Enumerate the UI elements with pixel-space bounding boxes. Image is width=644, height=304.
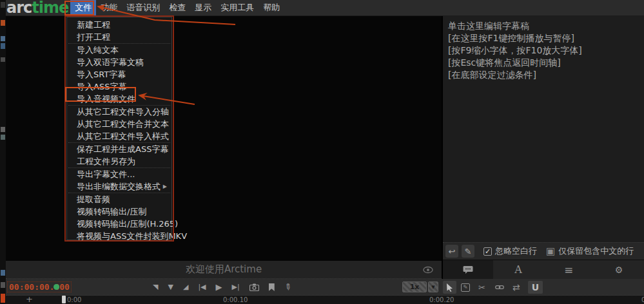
quick-pen-icon[interactable]: ✎ <box>280 279 296 296</box>
ruler-label: 0:0 <box>641 296 644 303</box>
subtitle-text-editor[interactable]: 单击这里编辑字幕稿 [在这里按F1键控制播放与暂停] [按F9缩小字体，按F10… <box>443 16 644 242</box>
menu-item-label: 从其它工程文件导入分轴 <box>77 106 169 118</box>
menu-help[interactable]: 帮助 <box>259 0 284 16</box>
tab-list[interactable]: ≡ <box>543 260 594 279</box>
editor-line: [在这里按F1键控制播放与暂停] <box>448 32 639 44</box>
bookmark-icon[interactable] <box>269 283 275 291</box>
ignore-blank-checkbox[interactable]: ✓ <box>483 247 492 256</box>
menu-item-import-plain-text[interactable]: 导入纯文本 <box>67 44 171 56</box>
editor-line: [按Esc键将焦点返回时间轴] <box>448 57 639 69</box>
menu-item-extract-audio[interactable]: 提取音频 <box>67 193 171 205</box>
menu-item-import-styles[interactable]: 从其它工程文件导入样式 <box>67 130 171 142</box>
checkmark-icon: ✓ <box>485 248 491 255</box>
speech-bubble-icon <box>463 265 473 274</box>
chain-icon <box>495 284 504 290</box>
menu-item-label: 打开工程 <box>77 31 110 43</box>
scissors-tool-icon[interactable]: ✂ <box>478 279 485 296</box>
menu-item-import-ass[interactable]: 导入ASS字幕 <box>67 81 171 93</box>
left-edge-strip <box>0 0 6 304</box>
menu-item-transcode-h265[interactable]: 视频转码输出/压制(H.265) <box>67 218 171 230</box>
swap-tool-icon[interactable]: ⇄ <box>512 279 520 296</box>
undo-button[interactable]: ↩ <box>445 245 458 258</box>
tab-styles[interactable]: A <box>493 260 543 279</box>
edit-pencil-button[interactable]: ✎ <box>462 245 474 258</box>
subtitle-editor-panel: 单击这里编辑字幕稿 [在这里按F1键控制播放与暂停] [按F9缩小字体，按F10… <box>442 16 644 279</box>
keep-chinese-label: 仅保留包含中文的行 <box>558 245 634 257</box>
menu-item-label: 从其它工程文件合并文本 <box>77 118 169 130</box>
skip-start-icon[interactable]: |◀ <box>198 279 206 296</box>
eye-icon[interactable] <box>423 266 433 274</box>
pencil-icon: ✎ <box>465 247 472 256</box>
menu-item-import-srt[interactable]: 导入SRT字幕 <box>67 68 171 81</box>
menu-tools[interactable]: 实用工具 <box>216 0 259 16</box>
menu-item-label: 导入ASS字幕 <box>77 81 126 93</box>
menu-item-label: 视频转码输出/压制(H.265) <box>77 218 178 230</box>
timecode-display[interactable]: 00:00:00.000 <box>7 281 72 292</box>
menu-item-import-split-track[interactable]: 从其它工程文件导入分轴 <box>67 106 171 118</box>
editor-toolbar: ↩ ✎ ✓ 忽略空白行 ▣ 仅保留包含中文的行 <box>443 242 644 260</box>
slope-tool-icon[interactable]: ◢ <box>183 279 188 296</box>
menu-item-import-av-file[interactable]: 导入音视频文件 <box>67 93 171 105</box>
submenu-arrow-icon: ▶ <box>163 180 167 193</box>
menu-check[interactable]: 检查 <box>164 0 190 16</box>
menu-item-label: 视频转码输出/压制 <box>77 205 146 218</box>
ruler-label: 0:00.10 <box>223 296 248 303</box>
arctime-logo: arctime <box>6 0 68 16</box>
snapshot-camera-icon[interactable] <box>249 283 259 291</box>
menu-item-label: 保存工程并生成ASS字幕 <box>77 143 168 155</box>
menu-item-save-generate-ass[interactable]: 保存工程并生成ASS字幕 <box>67 143 171 155</box>
menu-item-label: 导入音视频文件 <box>77 93 135 105</box>
menu-item-open-project[interactable]: 打开工程 <box>67 31 171 43</box>
menu-functions[interactable]: 功能 <box>96 0 122 16</box>
drag-mode-icon[interactable]: ◥ <box>153 279 158 296</box>
editor-line: [在底部设定过滤条件] <box>448 69 639 81</box>
playhead-handle[interactable] <box>62 296 66 303</box>
magnet-tool-button[interactable]: U <box>528 281 543 294</box>
ruler-label: 0:00.20 <box>429 296 454 303</box>
drop-keyframe-icon[interactable]: ▼ <box>168 279 173 296</box>
menu-item-transcode[interactable]: 视频转码输出/压制 <box>67 205 171 218</box>
menu-item-export-subtitle[interactable]: 导出字幕文件... <box>67 168 171 180</box>
playback-speed-select[interactable]: 1x <box>402 281 427 292</box>
keep-chinese-checkbox[interactable]: ▣ <box>546 245 555 257</box>
menu-item-label: 从其它工程文件导入样式 <box>77 130 169 142</box>
play-icon[interactable]: ▶ <box>216 279 222 296</box>
file-dropdown-menu: 新建工程 打开工程 导入纯文本 导入双语字幕文稿 导入SRT字幕 导入ASS字幕… <box>66 17 172 240</box>
logo-arc: arc <box>6 0 32 17</box>
menu-item-label: 导入纯文本 <box>77 44 119 56</box>
edit-tool-icon[interactable]: ✎ <box>461 279 470 296</box>
speed-dropdown-arrow-icon[interactable]: ▼ <box>428 281 438 292</box>
menu-item-import-bilingual[interactable]: 导入双语字幕文稿 <box>67 56 171 68</box>
add-track-button[interactable]: + <box>26 294 33 304</box>
menu-speech-recognition[interactable]: 语音识别 <box>122 0 164 16</box>
menu-item-label: 导入双语字幕文稿 <box>77 56 144 68</box>
menu-item-export-nle[interactable]: 导出非编数据交换格式▶ <box>67 180 171 193</box>
tab-settings[interactable]: ⚙ <box>594 260 644 279</box>
gear-icon: ⚙ <box>615 265 623 275</box>
record-indicator <box>54 284 59 290</box>
editor-line: [按F9缩小字体，按F10放大字体] <box>448 44 639 57</box>
arctime-window: arctime 文件 功能 语音识别 检查 显示 实用工具 帮助 欢迎使用Arc… <box>0 0 644 304</box>
menu-item-save-as[interactable]: 工程文件另存为 <box>67 155 171 167</box>
menu-item-merge-text[interactable]: 从其它工程文件合并文本 <box>67 118 171 130</box>
undo-icon: ↩ <box>449 247 456 256</box>
timeline-ruler[interactable]: + 0:00 0:00.10 0:00.20 0:0 <box>6 296 644 304</box>
cursor-tool-button[interactable] <box>443 281 456 294</box>
cursor-icon <box>446 283 453 292</box>
menu-view[interactable]: 显示 <box>190 0 216 16</box>
list-icon: ≡ <box>564 263 573 276</box>
tab-subtitles[interactable] <box>443 260 493 279</box>
menu-item-mux-mkv[interactable]: 将视频与ASS文件封装到MKV <box>67 230 171 242</box>
menu-item-label: 工程文件另存为 <box>77 155 135 167</box>
link-tool-icon[interactable] <box>495 279 504 296</box>
ruler-label: 0:00 <box>67 296 81 303</box>
menu-item-new-project[interactable]: 新建工程 <box>67 19 171 31</box>
menu-bar: arctime 文件 功能 语音识别 检查 显示 实用工具 帮助 <box>6 0 644 16</box>
menu-file[interactable]: 文件 <box>70 0 96 16</box>
skip-end-icon[interactable]: ▶| <box>232 279 240 296</box>
edit-pen-glyph: ✎ <box>461 283 470 292</box>
menu-item-label: 将视频与ASS文件封装到MKV <box>77 230 187 242</box>
menu-item-label: 导出非编数据交换格式 <box>77 180 161 193</box>
style-a-icon: A <box>514 263 522 276</box>
menu-item-label: 导出字幕文件... <box>77 168 135 180</box>
